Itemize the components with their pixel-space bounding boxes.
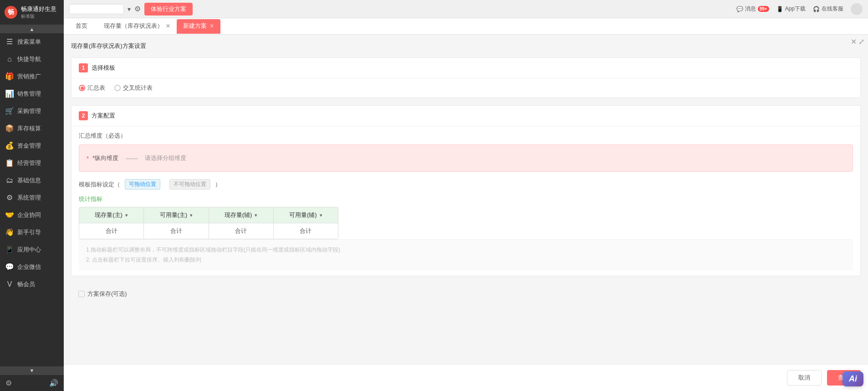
ai-badge[interactable]: Ai bbox=[842, 371, 863, 386]
message-badge: 99+ bbox=[758, 6, 769, 12]
sidebar-item-label: 企业微信 bbox=[17, 263, 41, 271]
tab-inventory-close-icon[interactable]: ✕ bbox=[166, 23, 170, 29]
step1-radio-group: 汇总表 交叉统计表 bbox=[71, 78, 860, 98]
stats-col-1-dropdown[interactable]: ▾ bbox=[190, 212, 193, 218]
settings-icon[interactable]: ⚙ bbox=[5, 379, 12, 387]
sidebar-item-label: 系统管理 bbox=[17, 194, 41, 202]
app-download-button[interactable]: 📱 App下载 bbox=[776, 5, 806, 13]
cancel-button[interactable]: 取消 bbox=[787, 370, 822, 386]
stats-col-2-label: 现存量(辅) bbox=[225, 211, 252, 219]
radio-crosstab[interactable]: 交叉统计表 bbox=[114, 84, 153, 92]
tip2: 2. 点击标题栏下拉可设置排序、插入列和删除列 bbox=[86, 255, 846, 265]
stats-table-body: 合计 合计 合计 合计 bbox=[79, 223, 338, 239]
headset-icon: 🎧 bbox=[813, 6, 820, 12]
sidebar-item-enterprise-wechat[interactable]: 💬 企业微信 bbox=[0, 258, 64, 276]
step2-section: 2 方案配置 汇总维度（必选） * *纵向维度 —— 请选择分组维度 模板指标设… bbox=[71, 105, 861, 276]
save-checkbox[interactable] bbox=[78, 291, 85, 297]
sidebar-scroll-down[interactable]: ▼ bbox=[0, 366, 64, 375]
stats-col-2-dropdown[interactable]: ▾ bbox=[255, 212, 257, 218]
tab-home[interactable]: 首页 bbox=[69, 19, 94, 34]
sidebar-scroll-up[interactable]: ▲ bbox=[0, 25, 64, 33]
sidebar-item-basic-info[interactable]: 🗂 基础信息 bbox=[0, 172, 64, 189]
sidebar-item-label: 搜索菜单 bbox=[17, 38, 41, 46]
sidebar-item-marketing[interactable]: 🎁 营销推广 bbox=[0, 68, 64, 85]
app-logo: 畅 畅康通好生意 标准版 bbox=[0, 0, 64, 25]
sidebar-item-label: 应用中心 bbox=[17, 246, 41, 254]
dim-dash: —— bbox=[126, 155, 138, 162]
panel-expand-button[interactable]: ⤢ bbox=[858, 37, 864, 46]
radio-crosstab-label: 交叉统计表 bbox=[123, 84, 153, 92]
enterprise-wechat-icon: 💬 bbox=[5, 263, 14, 271]
sidebar-item-purchase[interactable]: 🛒 采购管理 bbox=[0, 103, 64, 120]
sidebar-item-label: 销售管理 bbox=[17, 90, 41, 98]
sidebar-item-label: 企业协同 bbox=[17, 211, 41, 219]
stats-cell-2: 合计 bbox=[209, 223, 274, 239]
inventory-icon: 📦 bbox=[5, 124, 14, 133]
step1-section: 1 选择模板 汇总表 交叉统计表 bbox=[71, 57, 861, 98]
sidebar-item-app-center[interactable]: 📱 应用中心 bbox=[0, 241, 64, 258]
sidebar-item-label: 库存核算 bbox=[17, 124, 41, 133]
radio-summary-dot bbox=[79, 85, 85, 91]
stats-col-3[interactable]: 可用量(辅) ▾ bbox=[274, 207, 338, 223]
topbar-dropdown-button[interactable]: ▾ bbox=[128, 5, 131, 13]
stats-col-0[interactable]: 现存量(主) ▾ bbox=[79, 207, 144, 223]
tab-home-label: 首页 bbox=[76, 22, 87, 30]
stats-table: 现存量(主) ▾ 可用量(主) ▾ 现存量(辅) ▾ 可用量(辅) bbox=[79, 207, 338, 239]
sidebar-item-inventory[interactable]: 📦 库存核算 bbox=[0, 120, 64, 137]
dimension-area[interactable]: * *纵向维度 —— 请选择分组维度 bbox=[79, 144, 853, 172]
step1-badge: 1 bbox=[79, 63, 88, 72]
topbar-cta-button[interactable]: 体验行业方案 bbox=[144, 3, 193, 15]
speaker-icon[interactable]: 🔊 bbox=[49, 379, 58, 387]
bottom-actions: 取消 查询 bbox=[64, 364, 868, 391]
tab-inventory-status[interactable]: 现存量（库存状况表） ✕ bbox=[97, 19, 177, 34]
sidebar-item-label: 畅会员 bbox=[17, 280, 35, 288]
indicator-label: 模板指标设定（ 可拖动位置 不可拖动位置 ） bbox=[79, 179, 853, 190]
search-menu-icon: ☰ bbox=[5, 38, 14, 46]
tabs-bar: 首页 现存量（库存状况表） ✕ 新建方案 ✕ bbox=[64, 18, 868, 35]
message-button[interactable]: 💬 消息 99+ bbox=[736, 5, 769, 13]
sidebar-item-newbie[interactable]: 👋 新手引导 bbox=[0, 224, 64, 241]
sidebar-item-vip[interactable]: V 畅会员 bbox=[0, 276, 64, 293]
sidebar-item-system[interactable]: ⚙ 系统管理 bbox=[0, 189, 64, 206]
sidebar-item-sales[interactable]: 📊 销售管理 bbox=[0, 85, 64, 103]
online-service-button[interactable]: 🎧 在线客服 bbox=[813, 5, 843, 13]
sidebar-nav: ☰ 搜索菜单 ⌂ 快捷导航 🎁 营销推广 📊 销售管理 🛒 采购管理 📦 库存核… bbox=[0, 33, 64, 366]
basic-info-icon: 🗂 bbox=[5, 176, 14, 185]
sidebar-item-label: 新手引导 bbox=[17, 228, 41, 237]
vip-icon: V bbox=[5, 280, 14, 288]
sales-icon: 📊 bbox=[5, 90, 14, 98]
sidebar-item-quick-nav[interactable]: ⌂ 快捷导航 bbox=[0, 51, 64, 68]
tab-new-scheme-close-icon[interactable]: ✕ bbox=[209, 23, 214, 29]
sidebar-item-finance[interactable]: 💰 资金管理 bbox=[0, 137, 64, 154]
sidebar-bottom: ⚙ 🔊 bbox=[0, 375, 64, 391]
topbar-right: 💬 消息 99+ 📱 App下载 🎧 在线客服 bbox=[736, 3, 863, 15]
sidebar-item-label: 采购管理 bbox=[17, 107, 41, 115]
message-icon: 💬 bbox=[736, 6, 743, 12]
sidebar-item-label: 基础信息 bbox=[17, 176, 41, 185]
sidebar-item-search-menu[interactable]: ☰ 搜索菜单 bbox=[0, 33, 64, 51]
stats-table-header: 现存量(主) ▾ 可用量(主) ▾ 现存量(辅) ▾ 可用量(辅) bbox=[79, 207, 338, 223]
step1-header: 1 选择模板 bbox=[71, 58, 860, 78]
phone-icon: 📱 bbox=[776, 6, 783, 12]
sidebar-item-management[interactable]: 📋 经营管理 bbox=[0, 154, 64, 172]
stats-col-3-label: 可用量(辅) bbox=[289, 211, 317, 219]
logo-icon: 畅 bbox=[5, 6, 17, 19]
newbie-icon: 👋 bbox=[5, 228, 14, 237]
stats-col-2[interactable]: 现存量(辅) ▾ bbox=[209, 207, 274, 223]
stats-col-1-label: 可用量(主) bbox=[160, 211, 188, 219]
topbar-gear-button[interactable]: ⚙ bbox=[134, 5, 141, 13]
sidebar-item-company[interactable]: 🤝 企业协同 bbox=[0, 206, 64, 224]
stats-col-0-dropdown[interactable]: ▾ bbox=[125, 212, 128, 218]
stats-col-3-dropdown[interactable]: ▾ bbox=[320, 212, 322, 218]
panel-controls: ✕ ⤢ bbox=[847, 35, 868, 49]
topbar-search-input[interactable] bbox=[69, 4, 124, 14]
tab-new-scheme[interactable]: 新建方案 ✕ bbox=[177, 19, 220, 34]
content-area: 现存量(库存状况表)方案设置 ✕ ⤢ 1 选择模板 汇总表 交叉统计表 bbox=[64, 35, 868, 364]
main-area: ▾ ⚙ 体验行业方案 💬 消息 99+ 📱 App下载 🎧 在线客服 首页 bbox=[64, 0, 868, 391]
save-option-label: 方案保存(可选) bbox=[87, 290, 127, 298]
stats-col-1[interactable]: 可用量(主) ▾ bbox=[144, 207, 209, 223]
user-avatar[interactable] bbox=[851, 3, 863, 15]
panel-close-button[interactable]: ✕ bbox=[851, 37, 857, 46]
radio-summary-table[interactable]: 汇总表 bbox=[79, 84, 105, 92]
required-star: * bbox=[87, 155, 89, 162]
